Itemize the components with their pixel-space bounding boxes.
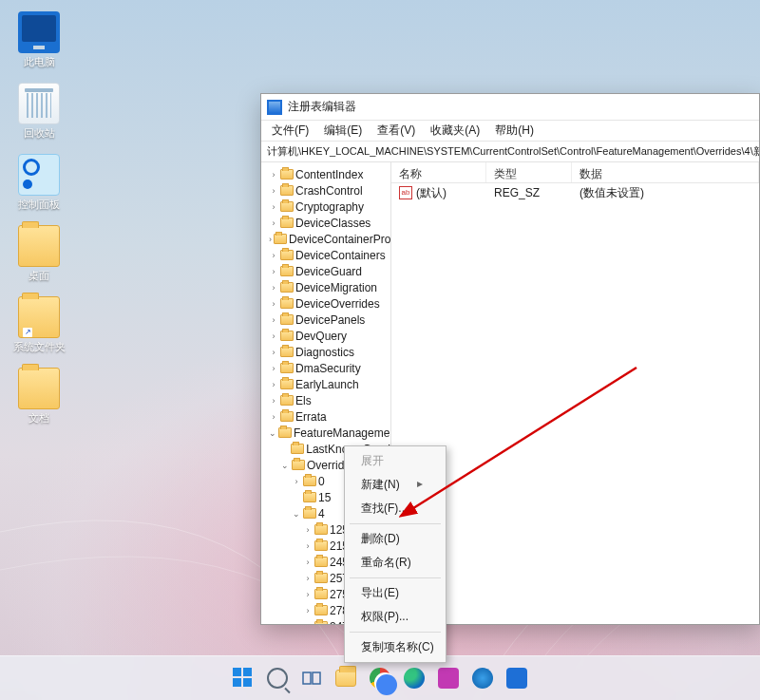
taskbar-task-view[interactable] [299, 666, 324, 691]
tree-node[interactable]: ›Els [261, 392, 390, 408]
folder-icon [335, 670, 356, 687]
regedit-icon [267, 100, 282, 115]
tree-node[interactable]: ›DeviceMigration [261, 279, 390, 295]
folder-icon [18, 296, 60, 338]
window-title: 注册表编辑器 [288, 99, 356, 115]
desktop-icon-this-pc[interactable]: 此电脑 [6, 11, 72, 69]
task-view-icon [301, 668, 322, 689]
app-icon [506, 668, 527, 689]
desktop-icon-recycle-bin[interactable]: 回收站 [6, 83, 72, 141]
value-type: REG_SZ [486, 184, 572, 201]
tree-node[interactable]: ›DmaSecurity [261, 360, 390, 376]
desktop-icon-label: 系统文件夹 [6, 340, 72, 354]
chrome-icon [370, 668, 390, 689]
ctx-copy-key-name[interactable]: 复制项名称(C) [348, 635, 443, 659]
tree-node[interactable]: ›DeviceClasses [261, 215, 390, 231]
tree-node[interactable]: ›DeviceContainerPropertyUpda [261, 231, 390, 247]
tree-node[interactable]: ›Errata [261, 408, 390, 425]
menu-favorites[interactable]: 收藏夹(A) [424, 121, 486, 141]
tree-node[interactable]: ›CrashControl [261, 182, 390, 199]
titlebar[interactable]: 注册表编辑器 [261, 94, 759, 121]
folder-icon [314, 540, 328, 551]
menu-file[interactable]: 文件(F) [265, 121, 315, 141]
col-type[interactable]: 类型 [486, 162, 572, 182]
taskbar-file-explorer[interactable] [333, 666, 358, 691]
folder-icon [314, 573, 328, 583]
separator [350, 523, 441, 524]
col-data[interactable]: 数据 [572, 162, 759, 182]
tree-node[interactable]: ›EarlyLaunch [261, 376, 390, 392]
desktop: 此电脑 回收站 控制面板 桌面 系统文件夹 文档 注册表编辑器 文件(F [0, 0, 760, 700]
desktop-icon-label: 回收站 [6, 126, 72, 141]
desktop-icon-label: 控制面板 [6, 198, 72, 212]
control-panel-icon [18, 154, 60, 196]
desktop-icon-folder-desk[interactable]: 桌面 [6, 225, 72, 283]
ctx-export[interactable]: 导出(E) [348, 581, 443, 605]
desktop-icon-control-panel[interactable]: 控制面板 [6, 154, 72, 212]
tree-node[interactable]: ›DeviceOverrides [261, 295, 390, 312]
ctx-find[interactable]: 查找(F)... [348, 497, 443, 520]
desktop-icon-folder-docs[interactable]: 文档 [6, 368, 72, 426]
folder-icon [303, 476, 316, 486]
desktop-icons: 此电脑 回收站 控制面板 桌面 系统文件夹 文档 [6, 11, 72, 439]
folder-icon [314, 605, 328, 615]
edge-icon [404, 668, 425, 689]
taskbar-start-button[interactable] [231, 666, 256, 691]
folder-icon [280, 363, 294, 373]
taskbar-search-button[interactable] [265, 666, 290, 691]
value-row-default[interactable]: (默认) REG_SZ (数值未设置) [391, 183, 759, 202]
tree-node[interactable]: ›DeviceContainers [261, 247, 390, 263]
windows-logo-icon [233, 668, 254, 689]
values-pane[interactable]: 名称 类型 数据 (默认) REG_SZ (数值未设置) [391, 162, 759, 624]
folder-icon [18, 225, 60, 267]
folder-icon [280, 266, 294, 276]
tree-node[interactable]: ›DevicePanels [261, 312, 390, 328]
col-name[interactable]: 名称 [391, 162, 486, 182]
menu-help[interactable]: 帮助(H) [488, 121, 541, 141]
ctx-rename[interactable]: 重命名(R) [348, 551, 443, 575]
submenu-arrow-icon: ▸ [417, 477, 423, 493]
tree-node[interactable]: ›Cryptography [261, 199, 390, 215]
separator [350, 577, 441, 578]
folder-icon [280, 379, 294, 389]
taskbar-settings[interactable] [470, 666, 495, 691]
app-icon [438, 668, 459, 689]
folder-icon [292, 460, 305, 470]
settings-icon [472, 668, 493, 689]
ctx-expand: 展开 [348, 449, 443, 473]
taskbar-app-1[interactable] [436, 666, 461, 691]
string-value-icon [399, 186, 412, 199]
tree-node[interactable]: ›ContentIndex [261, 166, 390, 182]
folder-icon [280, 218, 294, 228]
folder-icon [314, 524, 328, 535]
values-header: 名称 类型 数据 [391, 162, 759, 183]
tree-node[interactable]: ›Diagnostics [261, 344, 390, 360]
folder-icon [280, 395, 294, 406]
folder-icon [280, 411, 294, 422]
desktop-icon-label: 此电脑 [6, 55, 72, 69]
tree-node[interactable]: ›DeviceGuard [261, 263, 390, 279]
folder-icon [280, 169, 294, 180]
folder-icon [18, 368, 60, 409]
menu-edit[interactable]: 编辑(E) [317, 121, 369, 141]
folder-icon [280, 201, 294, 212]
folder-icon [280, 185, 294, 196]
desktop-icon-label: 文档 [6, 411, 72, 426]
monitor-icon [18, 11, 60, 53]
ctx-delete[interactable]: 删除(D) [348, 527, 443, 551]
svg-rect-1 [303, 672, 311, 684]
taskbar-chrome[interactable] [368, 666, 392, 691]
folder-icon [303, 508, 316, 519]
taskbar-app-2[interactable] [504, 666, 529, 691]
desktop-icon-folder-sys[interactable]: 系统文件夹 [6, 296, 72, 354]
client-area: ›ContentIndex›CrashControl›Cryptography›… [261, 162, 759, 624]
tree-node[interactable]: ›DevQuery [261, 328, 390, 344]
value-name: (默认) [416, 185, 446, 201]
folder-icon [314, 557, 328, 567]
menu-view[interactable]: 查看(V) [370, 121, 422, 141]
ctx-permissions[interactable]: 权限(P)... [348, 605, 443, 629]
address-bar[interactable]: 计算机\HKEY_LOCAL_MACHINE\SYSTEM\CurrentCon… [261, 142, 759, 162]
tree-node[interactable]: ⌄FeatureManagement [261, 425, 390, 441]
ctx-new[interactable]: 新建(N)▸ [348, 473, 443, 497]
taskbar-edge[interactable] [402, 666, 427, 691]
